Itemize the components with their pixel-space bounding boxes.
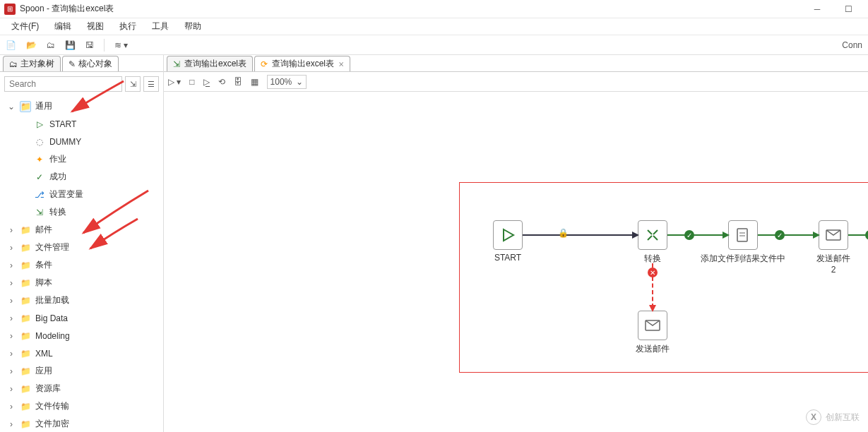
caret-right-icon: › [7, 349, 16, 359]
tree-folder-cond[interactable]: ›📁条件 [0, 256, 163, 274]
minimize-button[interactable]: ─ [802, 1, 833, 17]
tree-item-label: 条件 [35, 259, 52, 271]
node-mail2[interactable] [819, 220, 848, 250]
tree-folder-xml[interactable]: ›📁XML [0, 344, 163, 362]
editor-tab-2[interactable]: ⟳ 查询输出excel表 ⨯ [254, 56, 350, 71]
caret-right-icon: › [7, 384, 16, 394]
variable-icon: ⎇ [34, 189, 45, 200]
tree-folder-ftp[interactable]: ›📁文件传输 [0, 397, 163, 415]
editor-tab-1[interactable]: ⇲ 查询输出excel表 [167, 56, 253, 71]
menu-tools[interactable]: 工具 [146, 19, 174, 34]
tree-item-label: 作业 [49, 153, 66, 165]
node-transform[interactable] [638, 220, 667, 250]
svg-rect-1 [737, 229, 747, 241]
save-icon[interactable]: 💾 [65, 40, 76, 50]
stop-icon[interactable]: □ [189, 77, 194, 87]
tree-folder-filemgmt[interactable]: ›📁文件管理 [0, 239, 163, 256]
tab-object-tree[interactable]: 🗂 主对象树 [3, 56, 61, 71]
tree-item-job[interactable]: ✦ 作业 [0, 150, 163, 168]
zoom-value: 100% [270, 77, 292, 87]
hop-addfile-mail2[interactable] [758, 234, 819, 236]
save-as-icon[interactable]: 🖫 [85, 40, 94, 50]
tree-item-label: 文件加密 [35, 418, 69, 430]
new-file-icon[interactable]: 📄 [6, 40, 16, 50]
hop-start-transform[interactable] [523, 234, 638, 236]
tree-folder-bulk[interactable]: ›📁批量加载 [0, 292, 163, 309]
run-icon[interactable]: ▷ ▾ [168, 77, 181, 87]
folder-icon: 📁 [20, 330, 31, 342]
tree-item-success[interactable]: ✓ 成功 [0, 168, 163, 186]
hop-transform-addfile[interactable] [667, 234, 728, 236]
editor-tab-2-label: 查询输出excel表 [272, 58, 334, 70]
play-icon: ▷ [34, 119, 45, 130]
folder-icon: 📁 [20, 348, 31, 359]
refresh-icon: ⟳ [261, 59, 268, 69]
open-file-icon[interactable]: 📂 [26, 40, 37, 50]
search-input[interactable] [4, 76, 122, 92]
folder-icon: 📁 [20, 313, 31, 324]
arrow-icon [632, 232, 639, 239]
tree-item-label: 应用 [35, 365, 52, 377]
menu-run[interactable]: 执行 [114, 19, 142, 34]
zoom-select[interactable]: 100% ⌄ [267, 75, 307, 89]
caret-down-icon: ⌄ [7, 102, 16, 112]
watermark: X 创新互联 [806, 409, 860, 425]
tree-item-dummy[interactable]: ◌ DUMMY [0, 133, 163, 150]
sql-icon[interactable]: 🗄 [234, 77, 242, 87]
tree-folder-app[interactable]: ›📁应用 [0, 362, 163, 380]
tree-folder-mail[interactable]: ›📁邮件 [0, 221, 163, 239]
tree-item-label: START [49, 119, 76, 129]
explore-icon[interactable]: 🗂 [47, 40, 55, 50]
arrow-icon [813, 232, 820, 239]
tree-folder-model[interactable]: ›📁Modeling [0, 327, 163, 344]
flow-canvas[interactable]: START 转换 添加文件到结果文件中 发送邮件 2 成功 发送邮件 [164, 92, 868, 432]
layers-icon[interactable]: ≋ ▾ [114, 40, 128, 50]
tree-folder-script[interactable]: ›📁脚本 [0, 274, 163, 292]
folder-icon: 📁 [20, 101, 31, 112]
node-mail-label: 发送邮件 [636, 343, 670, 355]
tree-item-label: Big Data [35, 313, 68, 323]
tree-folder-general[interactable]: ⌄ 📁 通用 [0, 97, 163, 115]
tree-folder-general-label: 通用 [35, 100, 52, 112]
tree-item-setvar[interactable]: ⎇ 设置变量 [0, 186, 163, 203]
connection-label[interactable]: Conn [842, 40, 862, 50]
tree-item-transform[interactable]: ⇲ 转换 [0, 203, 163, 221]
expand-tree-button[interactable]: ⇲ [125, 76, 141, 92]
caret-right-icon: › [7, 260, 16, 270]
editor-tab-1-label: 查询输出excel表 [184, 58, 246, 70]
transform-icon: ⇲ [34, 207, 45, 218]
node-start-label: START [494, 253, 521, 263]
dummy-icon: ◌ [34, 136, 45, 148]
preview-icon[interactable]: ▷̲ [203, 77, 210, 87]
watermark-icon: X [806, 409, 821, 425]
debug-icon[interactable]: ⟲ [218, 77, 225, 87]
tree-item-label: 成功 [49, 171, 66, 183]
lock-icon: 🔒 [558, 228, 569, 238]
collapse-tree-button[interactable]: ☰ [143, 76, 159, 92]
app-icon: ⊞ [4, 4, 16, 15]
menu-file[interactable]: 文件(F) [6, 19, 44, 34]
grid-icon[interactable]: ▦ [251, 77, 258, 87]
tree-folder-enc[interactable]: ›📁文件加密 [0, 415, 163, 432]
caret-right-icon: › [7, 225, 16, 235]
folder-icon: 📁 [20, 401, 31, 412]
tree-folder-bigdata[interactable]: ›📁Big Data [0, 309, 163, 327]
caret-right-icon: › [7, 243, 16, 253]
sidebar-search-row: ⇲ ☰ [0, 72, 163, 96]
tree-item-label: 脚本 [35, 277, 52, 289]
node-start[interactable] [493, 220, 523, 250]
node-addfile[interactable] [728, 220, 758, 250]
tab-core-objects[interactable]: ✎ 核心对象 [62, 56, 119, 71]
close-tab-icon[interactable]: ⨯ [338, 60, 344, 68]
menu-help[interactable]: 帮助 [179, 19, 207, 34]
job-icon: ✦ [34, 154, 45, 165]
menu-view[interactable]: 视图 [81, 19, 109, 34]
tree-folder-repo[interactable]: ›📁资源库 [0, 380, 163, 397]
maximize-button[interactable]: ☐ [833, 1, 864, 17]
node-mail[interactable] [638, 311, 667, 340]
tree-item-label: 转换 [49, 206, 66, 218]
tree-item-start[interactable]: ▷ START [0, 115, 163, 133]
envelope-icon [826, 229, 841, 241]
tree-item-label: DUMMY [49, 137, 81, 147]
menu-edit[interactable]: 编辑 [49, 19, 77, 34]
